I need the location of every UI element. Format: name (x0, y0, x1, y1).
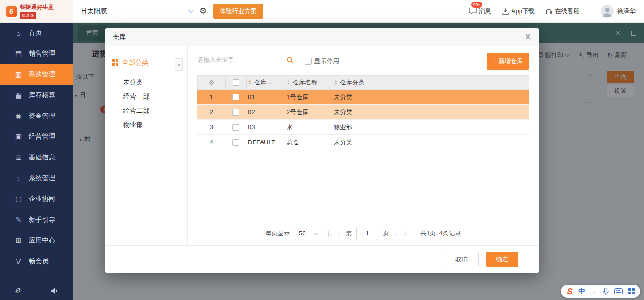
guide-icon: ✎ (14, 216, 23, 224)
category-item[interactable]: 经营一部 (112, 90, 187, 104)
announcement-icon[interactable] (51, 287, 59, 294)
category-label: 经营二部 (123, 107, 149, 115)
column-header-code[interactable]: 仓库... (247, 76, 287, 89)
sales-icon: ▤ (14, 50, 23, 58)
pagination-bar: 每页显示 50 |‹ ‹ 第 页 › ›| 共1页, 4条记录 (197, 221, 529, 245)
avatar (601, 5, 614, 18)
row-checkbox[interactable] (232, 109, 239, 116)
grid-menu-icon[interactable] (628, 288, 635, 294)
column-header-category[interactable]: 仓库分类 (334, 76, 529, 89)
per-page-label: 每页显示 (265, 229, 290, 238)
warehouse-code: 02 (248, 108, 255, 116)
grid-icon (112, 59, 118, 66)
sort-icons[interactable] (334, 80, 337, 85)
topbar: 6 畅捷通好生意 精斗版 日太阳膜 ⚙ 体验行业方案 99+ 消息 App下载 … (0, 0, 644, 23)
cancel-button[interactable]: 取消 (445, 252, 479, 267)
show-disabled-toggle[interactable]: 显示停用 (305, 57, 339, 66)
sort-icons[interactable] (248, 80, 251, 85)
sidebar-item-label: 畅会员 (29, 257, 49, 266)
page-number-input[interactable] (356, 227, 378, 240)
username: 徐泽华 (617, 7, 636, 16)
close-icon[interactable]: ✕ (525, 32, 531, 42)
company-selector[interactable]: 日太阳膜 (81, 7, 193, 16)
sidebar-item-collaboration[interactable]: ▢ 企业协同 (0, 189, 73, 209)
messages-button[interactable]: 99+ 消息 (469, 7, 491, 16)
settings-gear-icon[interactable]: ⚙ (199, 6, 206, 16)
category-item[interactable]: 经营二部 (112, 104, 187, 118)
next-page-icon[interactable]: › (394, 230, 397, 237)
purchase-icon: ▥ (14, 70, 23, 79)
app-download-label: App下载 (512, 7, 535, 16)
search-icon[interactable] (286, 56, 294, 64)
column-settings-gear-icon[interactable]: ⚙ (208, 79, 215, 86)
sidebar-item-label: 应用中心 (29, 236, 55, 245)
online-service-button[interactable]: 在线客服 (545, 7, 579, 16)
sidebar-nav: ⌂ 首页 ▤ 销售管理 ▥ 采购管理 ▦ 库存核算 ◉ 资金管理 ▣ 经营管理 … (0, 23, 73, 300)
first-page-icon[interactable]: |‹ (327, 230, 332, 237)
prev-page-icon[interactable]: ‹ (337, 230, 341, 237)
pagination-summary: 共1页, 4条记录 (420, 229, 461, 238)
base-info-icon: ≣ (14, 153, 23, 162)
trial-plan-button[interactable]: 体验行业方案 (213, 4, 263, 19)
sogou-logo-icon[interactable]: S (567, 286, 573, 297)
column-header-name[interactable]: 仓库名称 (287, 76, 334, 89)
messages-label: 消息 (479, 7, 491, 16)
sidebar-item-label: 企业协同 (29, 195, 55, 203)
collapse-panel-button[interactable]: « (175, 58, 183, 71)
search-box (197, 56, 294, 67)
row-checkbox[interactable] (232, 124, 239, 131)
sidebar-item-operations[interactable]: ▣ 经营管理 (0, 126, 73, 147)
dialog-footer: 取消 确定 (105, 245, 539, 273)
headset-icon (545, 8, 553, 15)
select-all-checkbox[interactable] (233, 79, 239, 86)
column-header-label: 仓库名称 (293, 78, 317, 87)
sidebar-item-app-center[interactable]: ⊞ 应用中心 (0, 230, 73, 251)
category-label: 物业部 (123, 121, 143, 129)
membership-icon: V (14, 258, 23, 266)
sidebar-item-inventory[interactable]: ▦ 库存核算 (0, 85, 73, 106)
confirm-button[interactable]: 确定 (486, 252, 518, 267)
category-item[interactable]: 物业部 (112, 118, 187, 132)
category-item[interactable]: 未分类 (112, 75, 187, 90)
table-row[interactable]: 3 03 水 物业部 (197, 120, 529, 135)
sort-icons[interactable] (287, 80, 290, 85)
chat-icon (469, 8, 477, 15)
sidebar-item-guide[interactable]: ✎ 新手引导 (0, 209, 73, 230)
logo-edition-badge: 精斗版 (20, 12, 36, 19)
keyboard-icon[interactable] (614, 288, 623, 294)
sidebar-item-funds[interactable]: ◉ 资金管理 (0, 106, 73, 126)
row-checkbox[interactable] (232, 139, 239, 146)
sidebar-item-purchase[interactable]: ▥ 采购管理 (0, 64, 73, 85)
page-prefix: 第 (346, 229, 352, 238)
user-menu[interactable]: 徐泽华 (601, 5, 636, 18)
chevron-down-icon (189, 8, 194, 13)
warehouse-category: 未分类 (334, 108, 352, 117)
per-page-select[interactable]: 50 (295, 227, 322, 240)
table-header: ⚙ 仓库... 仓库名称 仓库分类 (197, 75, 529, 90)
last-page-icon[interactable]: ›| (403, 230, 408, 237)
ime-language-toggle[interactable]: 中 (578, 287, 585, 296)
chevron-down-icon (314, 230, 319, 235)
search-input[interactable] (197, 56, 283, 63)
app-download-button[interactable]: App下载 (502, 7, 535, 16)
sidebar-item-system[interactable]: ◌ 系统管理 (0, 168, 73, 189)
ime-punctuation-toggle[interactable]: ， (591, 287, 597, 296)
gear-icon[interactable]: ⚙ (14, 286, 20, 295)
warehouse-code: DEFAULT (248, 139, 275, 146)
sidebar-item-base-info[interactable]: ≣ 基础信息 (0, 147, 73, 168)
warehouse-table: ⚙ 仓库... 仓库名称 仓库分类 1 (197, 75, 529, 150)
table-row[interactable]: 2 02 2号仓库 未分类 (197, 105, 529, 120)
microphone-icon[interactable] (603, 288, 609, 295)
sidebar-item-sales[interactable]: ▤ 销售管理 (0, 43, 73, 64)
show-disabled-checkbox[interactable] (305, 58, 312, 65)
row-checkbox[interactable] (232, 94, 239, 100)
sidebar-item-membership[interactable]: V 畅会员 (0, 251, 73, 272)
table-row[interactable]: 1 01 1号仓库 未分类 (197, 90, 529, 105)
company-name: 日太阳膜 (81, 7, 107, 16)
table-row[interactable]: 4 DEFAULT 总仓 未分类 (197, 135, 529, 150)
messages-count-badge: 99+ (471, 2, 482, 8)
sidebar-item-label: 采购管理 (29, 70, 55, 79)
add-warehouse-button[interactable]: + 新增仓库 (487, 53, 529, 70)
sidebar-item-home[interactable]: ⌂ 首页 (0, 23, 73, 43)
warehouse-name: 水 (287, 123, 293, 132)
